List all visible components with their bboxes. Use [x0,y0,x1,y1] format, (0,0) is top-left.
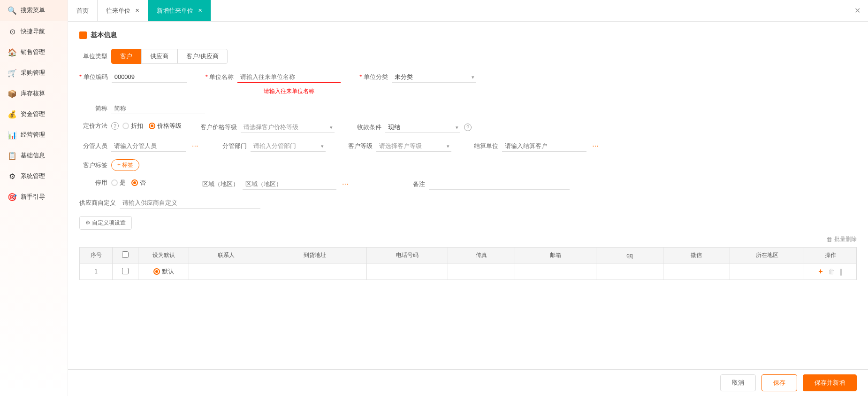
tab-home[interactable]: 首页 [68,0,98,21]
customer-price-level-select[interactable]: 请选择客户价格等级 [241,122,335,133]
disabled-no-radio [131,179,138,186]
col-wechat: 微信 [663,248,730,264]
sidebar-item-purchase[interactable]: 🛒 采购管理 [0,62,68,83]
customer-level-select[interactable]: 请选择客户等级 [376,140,451,152]
supplier-custom-row: 供应商自定义 [79,197,857,209]
row-qq-input[interactable] [613,268,646,275]
type-btn-supplier[interactable]: 供应商 [141,49,177,64]
table-header: 序号 设为默认 联系人 到货地址 电话号码 传真 邮箱 qq 微信 所在地区 操… [80,248,857,264]
code-input[interactable] [112,71,187,83]
row-check [113,264,138,280]
section-header: 基本信息 [79,31,857,39]
region-dots-btn[interactable]: ··· [340,179,350,189]
type-btn-both[interactable]: 客户/供应商 [177,49,228,64]
unit-type-buttons: 客户 供应商 客户/供应商 [111,49,228,64]
supplier-custom-input[interactable] [120,197,260,209]
remark-input[interactable] [429,179,570,190]
sidebar-inventory-label: 库存核算 [21,89,45,98]
select-all-checkbox[interactable] [122,251,129,258]
disabled-yes[interactable]: 是 [111,179,126,187]
row-fax-input[interactable] [465,268,498,275]
pricing-discount[interactable]: 折扣 [122,122,143,130]
system-icon: ⚙ [8,171,17,181]
row-default-radio-label[interactable]: 默认 [143,267,184,276]
window-close-btn[interactable]: ✕ [847,0,868,21]
save-button[interactable]: 保存 [761,374,797,391]
settlement-unit-dots-btn[interactable]: ··· [590,141,600,151]
manager-input[interactable] [111,140,186,152]
settlement-unit-field: 结算单位 ··· [470,140,600,152]
row-checkbox[interactable] [122,268,129,274]
pricing-help-icon[interactable]: ? [111,122,119,130]
name-error: 请输入往来单位名称 [264,87,314,95]
guide-icon: 🎯 [8,192,17,202]
add-tag-btn[interactable]: + 标签 [111,159,139,171]
section-icon [79,31,87,39]
abbreviation-input[interactable] [111,103,205,114]
batch-delete-label[interactable]: 批量删除 [834,235,857,243]
sidebar-item-quick-nav[interactable]: ⊙ 快捷导航 [0,21,68,42]
disabled-yes-label: 是 [120,179,126,187]
customer-price-level-label: 客户价格等级 [200,123,237,132]
pricing-method-label: 定价方法 [79,122,107,130]
row-fax [448,264,515,280]
customer-level-label: 客户等级 [344,142,373,150]
custom-settings-btn[interactable]: ⚙ 自定义项设置 [79,216,132,230]
main-area: 首页 往来单位 ✕ 新增往来单位 ✕ ✕ 基本信息 单位类型 客户 供应商 客 [68,0,868,396]
region-input[interactable] [243,179,336,190]
abbreviation-field: 简称 [79,103,205,114]
del-row-btn[interactable]: 🗑 [828,268,835,275]
add-row-btn[interactable]: + [818,267,822,275]
col-region: 所在地区 [730,248,804,264]
pricing-level[interactable]: 价格等级 [149,122,182,130]
unit-type-field: 单位类型 客户 供应商 客户/供应商 [79,49,228,64]
manager-dots-btn[interactable]: ··· [190,141,200,151]
tag-row: 客户标签 + 标签 [79,159,857,171]
sidebar-item-sales[interactable]: 🏠 销售管理 [0,42,68,62]
sales-icon: 🏠 [8,47,17,57]
row-region [730,264,804,280]
sidebar-item-inventory[interactable]: 📦 库存核算 [0,83,68,104]
settlement-unit-input[interactable] [502,140,586,152]
row-default: 默认 [138,264,189,280]
type-btn-customer[interactable]: 客户 [111,49,141,64]
sidebar-item-basic[interactable]: 📋 基础信息 [0,145,68,166]
tab-new-contact[interactable]: 新增往来单位 ✕ [148,0,211,21]
name-input[interactable] [237,71,341,83]
sidebar-item-system[interactable]: ⚙ 系统管理 [0,166,68,186]
row-phone [366,264,448,280]
category-select[interactable]: 未分类 [392,71,476,83]
tab-new-contact-close[interactable]: ✕ [198,8,202,14]
name-field: 单位名称 请输入往来单位名称 [206,71,341,95]
disabled-yes-radio [111,179,118,186]
row-region-input[interactable] [748,268,786,275]
tag-field: 客户标签 + 标签 [79,159,139,171]
row-wechat-input[interactable] [680,268,713,275]
disabled-no[interactable]: 否 [131,179,146,187]
manager-row: 分管人员 ··· 分管部门 请输入分管部门 客户等级 请选择客户等级 [79,140,857,152]
row-default-text: 默认 [162,267,174,276]
department-wrapper: 请输入分管部门 [251,140,326,152]
payment-terms-select[interactable]: 现结 [385,122,460,133]
inventory-icon: 📦 [8,89,17,98]
row-contact-input[interactable] [207,268,245,275]
row-phone-input[interactable] [386,268,428,275]
sidebar-item-guide[interactable]: 🎯 新手引导 [0,186,68,207]
sidebar-item-search[interactable]: 🔍 搜索菜单 [0,0,68,21]
row-address-input[interactable] [287,268,343,275]
department-select[interactable]: 请输入分管部门 [251,140,326,152]
batch-delete-icon: 🗑 [826,236,832,243]
tab-contacts[interactable]: 往来单位 ✕ [98,0,148,21]
col-fax: 传真 [448,248,515,264]
row-email-input[interactable] [534,268,577,275]
payment-help-icon[interactable]: ? [464,124,472,131]
sidebar-item-operations[interactable]: 📊 经营管理 [0,124,68,145]
region-label: 区域（地区） [202,180,239,188]
tab-contacts-close[interactable]: ✕ [135,8,139,14]
manager-field: 分管人员 ··· [79,140,200,152]
col-seq: 序号 [80,248,113,264]
tag-label: 客户标签 [79,161,107,170]
cancel-button[interactable]: 取消 [720,374,756,391]
save-new-button[interactable]: 保存并新增 [803,374,857,391]
sidebar-item-finance[interactable]: 💰 资金管理 [0,104,68,124]
